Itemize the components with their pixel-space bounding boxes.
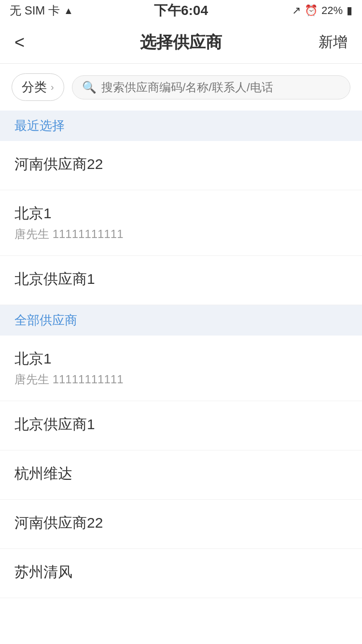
status-time: 下午6:04 <box>154 1 208 20</box>
item-name: 河南供应商22 <box>14 513 348 533</box>
item-name: 河南供应商22 <box>14 154 348 174</box>
alarm-icon: ⏰ <box>305 4 318 17</box>
list-item[interactable]: 河南供应商22 <box>0 500 362 549</box>
all-list: 北京1唐先生 11111111111北京供应商1杭州维达河南供应商22苏州清风 <box>0 336 362 598</box>
location-icon: ↗ <box>292 4 301 17</box>
chevron-right-icon: › <box>51 82 54 93</box>
battery-icon: ▮ <box>347 4 352 17</box>
nav-bar: < 选择供应商 新增 <box>0 21 362 64</box>
filter-bar: 分类 › 🔍 <box>0 64 362 111</box>
list-item[interactable]: 北京1唐先生 11111111111 <box>0 190 362 256</box>
list-item[interactable]: 北京1唐先生 11111111111 <box>0 336 362 401</box>
item-name: 杭州维达 <box>14 464 348 484</box>
no-sim-label: 无 SIM 卡 <box>10 3 60 18</box>
list-item[interactable]: 苏州清风 <box>0 549 362 598</box>
list-item[interactable]: 北京供应商1 <box>0 256 362 305</box>
recent-list: 河南供应商22北京1唐先生 11111111111北京供应商1 <box>0 141 362 305</box>
item-name: 苏州清风 <box>14 562 348 582</box>
item-sub: 唐先生 11111111111 <box>14 226 348 242</box>
item-sub: 唐先生 11111111111 <box>14 372 348 387</box>
back-button[interactable]: < <box>14 32 43 53</box>
wifi-icon: ▲ <box>64 5 73 16</box>
search-icon: 🔍 <box>82 81 97 94</box>
recent-section-header: 最近选择 <box>0 111 362 141</box>
page-title: 选择供应商 <box>140 31 222 54</box>
item-name: 北京供应商1 <box>14 269 348 289</box>
item-name: 北京1 <box>14 349 348 369</box>
search-input[interactable] <box>101 81 340 94</box>
item-name: 北京1 <box>14 204 348 224</box>
status-bar: 无 SIM 卡 ▲ 下午6:04 ↗ ⏰ 22% ▮ <box>0 0 362 21</box>
list-item[interactable]: 杭州维达 <box>0 450 362 500</box>
list-item[interactable]: 北京供应商1 <box>0 401 362 450</box>
status-right: ↗ ⏰ 22% ▮ <box>292 4 352 17</box>
all-section-header: 全部供应商 <box>0 305 362 336</box>
battery-label: 22% <box>321 4 343 17</box>
status-left: 无 SIM 卡 ▲ <box>10 3 73 18</box>
list-item[interactable]: 河南供应商22 <box>0 141 362 190</box>
item-name: 北京供应商1 <box>14 415 348 434</box>
search-box[interactable]: 🔍 <box>72 75 350 99</box>
category-button[interactable]: 分类 › <box>12 73 64 101</box>
category-label: 分类 <box>22 79 47 96</box>
add-button[interactable]: 新增 <box>319 32 348 52</box>
